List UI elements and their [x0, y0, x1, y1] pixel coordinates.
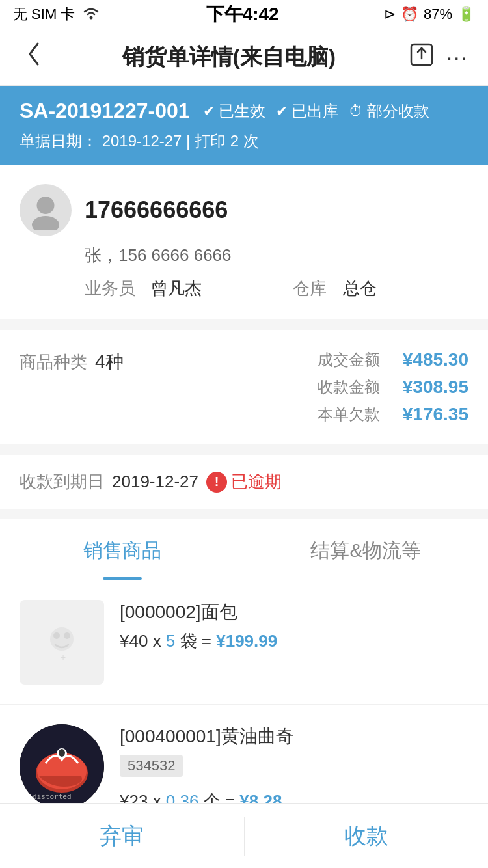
bottom-bar: 弃审 收款: [0, 803, 488, 868]
overdue-icon: !: [206, 472, 227, 493]
list-item: + [0000002]面包 ¥40 x 5 袋 = ¥199.99: [0, 580, 488, 705]
svg-point-6: [53, 632, 60, 639]
status-left: 无 SIM 卡: [13, 5, 101, 24]
product-list: + [0000002]面包 ¥40 x 5 袋 = ¥199.99: [0, 580, 488, 833]
product-name-1: [0000002]面包: [120, 600, 468, 625]
sales-label: 业务员: [85, 278, 135, 298]
page-title: 销货单详情(来自电脑): [122, 42, 336, 72]
status-shipped: ✔ 已出库: [276, 101, 338, 122]
category-item: 商品种类 4种: [20, 349, 124, 374]
due-date-value: 2019-12-27: [112, 472, 198, 492]
overdue-badge: ! 已逾期: [206, 470, 282, 493]
svg-point-13: [59, 749, 65, 757]
alarm-icon: ⏰: [401, 6, 418, 23]
product-name-2: [000400001]黄油曲奇: [120, 724, 468, 749]
product-info-2: [000400001]黄油曲奇 534532 ¥23 x 0.36 个 = ¥8…: [120, 724, 468, 813]
battery-level: 87%: [424, 6, 452, 23]
svg-point-3: [37, 197, 55, 214]
amount-row: 成交金额 ¥485.30: [318, 349, 468, 370]
sim-status: 无 SIM 卡: [13, 5, 75, 24]
product-image-1: +: [20, 600, 104, 685]
order-header: SA-20191227-001 ✔ 已生效 ✔ 已出库 ⏱ 部分收款 单据日期：…: [0, 86, 488, 165]
location-icon: ⊳: [384, 6, 396, 23]
share-icon[interactable]: [410, 43, 433, 72]
product-image-2: distorted: [20, 724, 104, 809]
product-info-1: [0000002]面包 ¥40 x 5 袋 = ¥199.99: [120, 600, 468, 653]
svg-point-4: [32, 216, 59, 230]
avatar: [20, 184, 72, 236]
debt-row: 本单欠款 ¥176.35: [318, 404, 468, 425]
tabs-section: 销售商品 结算&物流等 + [0000002]面包: [0, 519, 488, 833]
svg-point-0: [90, 16, 93, 20]
status-partial-payment: ⏱ 部分收款: [349, 101, 429, 122]
customer-name: 17666666666: [85, 197, 228, 224]
check-icon-2: ✔: [276, 103, 288, 120]
more-icon[interactable]: ···: [446, 44, 468, 70]
due-date-section: 收款到期日 2019-12-27 ! 已逾期: [0, 455, 488, 509]
customer-meta: 业务员 曾凡杰 仓库 总仓: [20, 277, 468, 300]
status-right: ⊳ ⏰ 87% 🔋: [384, 6, 475, 23]
customer-contact: 张，156 6666 6666: [20, 244, 468, 267]
received-row: 收款金额 ¥308.95: [318, 377, 468, 398]
warehouse-label: 仓库: [293, 278, 327, 298]
order-id: SA-20191227-001: [20, 99, 190, 123]
check-icon-1: ✔: [203, 103, 215, 120]
tab-sales-products[interactable]: 销售商品: [0, 519, 244, 580]
status-time: 下午4:42: [206, 2, 279, 27]
order-date-line: 单据日期： 2019-12-27 | 打印 2 次: [20, 131, 468, 152]
wifi-icon: [81, 5, 101, 23]
product-tag-2: 534532: [120, 755, 183, 777]
cancel-button[interactable]: 弃审: [0, 804, 244, 868]
product-price-1: ¥40 x 5 袋 = ¥199.99: [120, 630, 468, 653]
customer-section: 17666666666 张，156 6666 6666 业务员 曾凡杰 仓库 总…: [0, 165, 488, 319]
battery-icon: 🔋: [457, 6, 475, 23]
svg-point-7: [64, 632, 70, 639]
nav-right-actions: ···: [410, 43, 468, 72]
nav-bar: 销货单详情(来自电脑) ···: [0, 29, 488, 86]
sales-person: 曾凡杰: [151, 278, 202, 298]
svg-text:distorted: distorted: [33, 793, 72, 801]
tab-settlement[interactable]: 结算&物流等: [244, 519, 488, 580]
status-effective: ✔ 已生效: [203, 101, 265, 122]
svg-text:+: +: [61, 652, 66, 662]
warehouse-value: 总仓: [343, 278, 377, 298]
status-bar: 无 SIM 卡 下午4:42 ⊳ ⏰ 87% 🔋: [0, 0, 488, 29]
overdue-text: 已逾期: [231, 470, 282, 493]
summary-section: 商品种类 4种 成交金额 ¥485.30 收款金额 ¥308.95 本单欠款 ¥…: [0, 330, 488, 444]
confirm-button[interactable]: 收款: [245, 804, 489, 868]
due-label: 收款到期日: [20, 470, 104, 493]
tabs-header: 销售商品 结算&物流等: [0, 519, 488, 580]
back-button[interactable]: [20, 34, 48, 79]
clock-icon: ⏱: [349, 103, 363, 120]
